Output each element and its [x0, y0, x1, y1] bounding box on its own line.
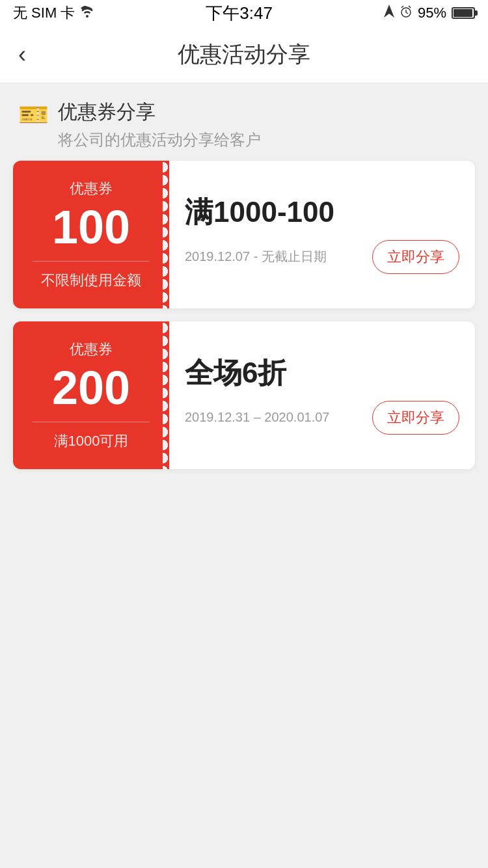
coupon-name: 全场6折 — [185, 356, 459, 390]
coupon-left-panel: 优惠券 200 满1000可用 — [13, 321, 169, 469]
coupon-date: 2019.12.31 – 2020.01.07 — [185, 410, 329, 425]
back-button[interactable]: ‹ — [18, 41, 26, 68]
coupon-item: 优惠券 100 不限制使用金额 满1000-100 2019.12.07 - 无… — [13, 161, 475, 308]
battery-icon — [452, 7, 475, 19]
status-time: 下午3:47 — [206, 2, 273, 25]
svg-marker-0 — [384, 5, 394, 18]
section-text: 优惠券分享 将公司的优惠活动分享给客户 — [58, 99, 261, 150]
section-title: 优惠券分享 — [58, 99, 261, 126]
coupon-amount: 100 — [52, 204, 130, 251]
battery-percent: 95% — [418, 5, 446, 21]
bottom-area — [0, 482, 488, 807]
wifi-icon — [80, 5, 94, 21]
coupon-condition: 不限制使用金额 — [41, 271, 141, 290]
coupon-left-panel: 优惠券 100 不限制使用金额 — [13, 161, 169, 308]
carrier-text: 无 SIM 卡 — [13, 3, 75, 23]
share-button[interactable]: 立即分享 — [372, 240, 459, 274]
svg-line-4 — [401, 6, 403, 8]
share-button[interactable]: 立即分享 — [372, 401, 459, 435]
page-title: 优惠活动分享 — [178, 40, 310, 70]
svg-line-3 — [406, 12, 408, 14]
coupon-footer: 2019.12.07 - 无截止日期 立即分享 — [185, 240, 459, 274]
section-subtitle: 将公司的优惠活动分享给客户 — [58, 129, 261, 150]
coupon-amount: 200 — [52, 364, 130, 411]
coupon-footer: 2019.12.31 – 2020.01.07 立即分享 — [185, 401, 459, 435]
coupon-name: 满1000-100 — [185, 195, 459, 230]
coupon-share-icon: 🎫 — [18, 100, 49, 129]
alarm-icon — [400, 5, 413, 21]
coupon-date: 2019.12.07 - 无截止日期 — [185, 248, 327, 265]
coupon-divider — [33, 261, 150, 262]
nav-bar: ‹ 优惠活动分享 — [0, 26, 488, 83]
coupon-label: 优惠券 — [70, 179, 113, 198]
coupon-right-panel: 满1000-100 2019.12.07 - 无截止日期 立即分享 — [169, 161, 475, 308]
coupon-list: 优惠券 100 不限制使用金额 满1000-100 2019.12.07 - 无… — [0, 161, 488, 482]
coupon-divider — [33, 422, 150, 422]
coupon-right-panel: 全场6折 2019.12.31 – 2020.01.07 立即分享 — [169, 321, 475, 469]
svg-line-5 — [409, 6, 411, 8]
status-right: 95% — [384, 5, 475, 21]
status-bar: 无 SIM 卡 下午3:47 95% — [0, 0, 488, 26]
status-left: 无 SIM 卡 — [13, 3, 94, 23]
coupon-label: 优惠券 — [70, 340, 113, 359]
coupon-condition: 满1000可用 — [54, 431, 129, 451]
coupon-item: 优惠券 200 满1000可用 全场6折 2019.12.31 – 2020.0… — [13, 321, 475, 469]
section-header: 🎫 优惠券分享 将公司的优惠活动分享给客户 — [0, 83, 488, 161]
gps-icon — [384, 5, 394, 21]
